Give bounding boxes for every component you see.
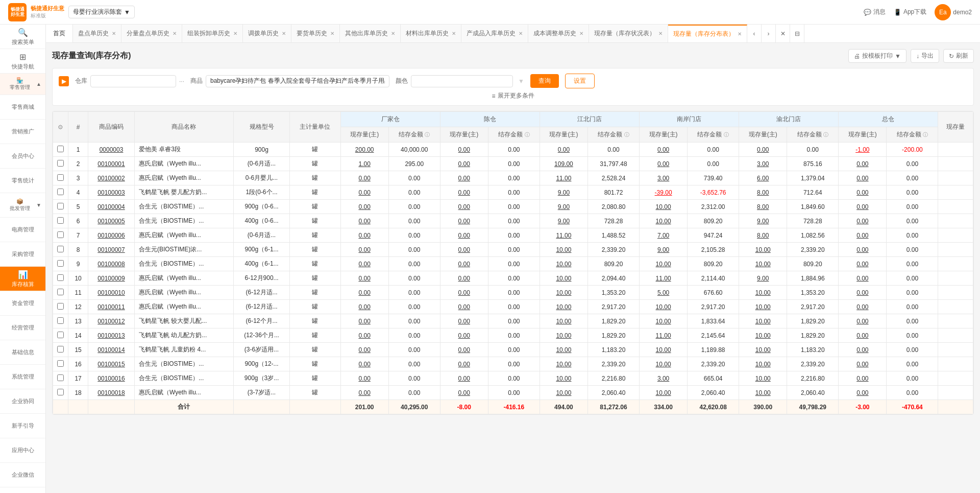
tab-close-icon[interactable]: ✕ [330,31,334,36]
row-code[interactable]: 00100008 [88,257,135,271]
tab-cost-adjust[interactable]: 成本调整单历史 ✕ [528,25,589,43]
export-btn[interactable]: ↓ 导出 [911,49,939,63]
row-yb-stock[interactable]: 10.00 [739,386,787,400]
row-code[interactable]: 00100014 [88,343,135,357]
row-na-stock[interactable]: 10.00 [640,300,688,314]
row-jb-stock[interactable]: 10.00 [540,386,587,400]
row-f-stock[interactable]: 200.00 [340,143,388,157]
sidebar-item-wecom[interactable]: 企业微信 [0,463,45,487]
chenshi-info-icon[interactable]: ⓘ [525,132,530,137]
tab-transfer[interactable]: 调拨单历史 ✕ [243,25,291,43]
row-c-stock[interactable]: 0.00 [440,314,488,328]
row-f-stock[interactable]: 0.00 [340,328,388,343]
row-c-stock[interactable]: 0.00 [440,357,488,371]
tab-close-icon[interactable]: ✕ [391,31,395,36]
sidebar-item-member[interactable]: 会员中心 [0,144,45,169]
t-info-icon[interactable]: ⓘ [923,132,928,137]
row-c-stock[interactable]: 0.00 [440,371,488,386]
row-code[interactable]: 00100018 [88,386,135,400]
row-c-stock[interactable]: 0.00 [440,300,488,314]
sidebar-item-inventory[interactable]: 📊 库存核算 [0,267,45,291]
row-c-stock[interactable]: 0.00 [440,200,488,214]
row-jb-stock[interactable]: 10.00 [540,314,587,328]
row-t-stock[interactable]: 0.00 [839,243,887,257]
sidebar-item-ops[interactable]: 经营管理 [0,316,45,340]
tab-close-icon[interactable]: ✕ [452,31,456,36]
sidebar-item-retail-mgmt[interactable]: 🏪 零售管理 ▲ [0,74,45,95]
row-jb-stock[interactable]: 11.00 [540,228,587,243]
row-jb-stock[interactable]: 10.00 [540,300,587,314]
row-code[interactable]: 0000003 [88,143,135,157]
row-f-stock[interactable]: 0.00 [340,286,388,300]
row-checkbox[interactable] [53,185,68,200]
row-yb-stock[interactable]: 0.00 [739,143,787,157]
row-t-stock[interactable]: 0.00 [839,171,887,185]
row-t-stock[interactable]: 0.00 [839,343,887,357]
row-na-stock[interactable]: 3.00 [640,371,688,386]
row-jb-stock[interactable]: 9.00 [540,214,587,228]
tab-close-icon[interactable]: ✕ [173,31,177,36]
tab-close-icon[interactable]: ✕ [282,31,286,36]
row-code[interactable]: 00100013 [88,328,135,343]
row-jb-stock[interactable]: 10.00 [540,328,587,343]
row-t-stock[interactable]: 0.00 [839,386,887,400]
row-checkbox[interactable] [53,143,68,157]
warehouse-dots[interactable]: ··· [179,78,184,85]
row-t-stock[interactable]: 0.00 [839,286,887,300]
row-yb-stock[interactable]: 10.00 [739,357,787,371]
row-yb-stock[interactable]: 10.00 [739,300,787,314]
row-code[interactable]: 00100001 [88,157,135,171]
row-code[interactable]: 00100007 [88,243,135,257]
row-f-stock[interactable]: 0.00 [340,343,388,357]
row-checkbox[interactable] [53,271,68,286]
row-checkbox[interactable] [53,371,68,386]
row-t-stock[interactable]: 0.00 [839,371,887,386]
row-t-stock[interactable]: 0.00 [839,328,887,343]
row-checkbox[interactable] [53,286,68,300]
sidebar-item-wholesale[interactable]: 📦 批发管理 ▼ [0,193,45,218]
row-c-stock[interactable]: 0.00 [440,271,488,286]
tab-menu-btn[interactable]: ⊟ [790,25,804,43]
tab-stock-dist[interactable]: 现存量（库存分布表） ✕ [668,25,747,43]
row-t-stock[interactable]: 0.00 [839,200,887,214]
row-yb-stock[interactable]: 10.00 [739,243,787,257]
row-na-stock[interactable]: 5.00 [640,286,688,300]
row-yb-stock[interactable]: 10.00 [739,314,787,328]
row-yb-stock[interactable]: 8.00 [739,200,787,214]
color-dropdown-icon[interactable]: ▼ [518,78,524,85]
row-na-stock[interactable]: 10.00 [640,257,688,271]
tab-home[interactable]: 首页 [46,25,73,43]
row-jb-stock[interactable]: 10.00 [540,257,587,271]
query-btn[interactable]: 查询 [530,74,559,88]
row-checkbox[interactable] [53,243,68,257]
row-t-stock[interactable]: 0.00 [839,157,887,171]
row-checkbox[interactable] [53,343,68,357]
row-c-stock[interactable]: 0.00 [440,214,488,228]
row-na-stock[interactable]: 10.00 [640,386,688,400]
tab-next-btn[interactable]: › [762,25,776,43]
row-jb-stock[interactable]: 10.00 [540,243,587,257]
row-yb-stock[interactable]: 8.00 [739,228,787,243]
company-selector[interactable]: 母婴行业演示陈套 ▼ [68,6,135,18]
set-btn[interactable]: 设置 [565,74,595,88]
row-yb-stock[interactable]: 10.00 [739,371,787,386]
row-na-stock[interactable]: 10.00 [640,343,688,357]
row-checkbox[interactable] [53,171,68,185]
factory-info-icon[interactable]: ⓘ [425,132,430,137]
row-na-stock[interactable]: 10.00 [640,314,688,328]
row-jb-stock[interactable]: 10.00 [540,357,587,371]
tab-requisition[interactable]: 要货单历史 ✕ [291,25,340,43]
row-jb-stock[interactable]: 9.00 [540,200,587,214]
color-input[interactable] [411,75,513,87]
tab-close-icon[interactable]: ✕ [233,31,237,36]
message-btn[interactable]: 💬 消息 [864,8,886,16]
row-na-stock[interactable]: 0.00 [640,143,688,157]
row-na-stock[interactable]: 7.00 [640,228,688,243]
row-yb-stock[interactable]: 10.00 [739,328,787,343]
tab-close-icon[interactable]: ✕ [738,31,742,37]
row-jb-stock[interactable]: 10.00 [540,271,587,286]
tab-split-inventory[interactable]: 分量盘点单历史 ✕ [121,25,182,43]
row-jb-stock[interactable]: 10.00 [540,286,587,300]
tab-close-icon[interactable]: ✕ [579,31,583,36]
goods-input[interactable] [206,75,389,87]
